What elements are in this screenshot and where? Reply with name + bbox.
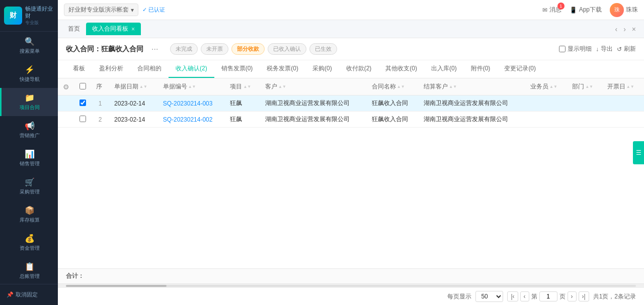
sidebar-item-0[interactable]: 🔍 搜索菜单 [0, 32, 58, 60]
row-contractname-1: 狂飙收入合同 [367, 112, 419, 128]
row-checkbox-1[interactable] [79, 116, 86, 122]
sidebar-item-3[interactable]: 📢 营销推广 [0, 116, 58, 144]
inner-tab-6[interactable]: 采购(0) [305, 60, 339, 78]
row-checkbox-0[interactable] [79, 99, 86, 106]
tabbar: 首页 收入合同看板 × ‹ › × [58, 20, 644, 38]
sidebar-item-4[interactable]: 📊 销售管理 [0, 144, 58, 172]
topbar-right: ✉ 消息 1 📱 App下载 珠 珠珠 [542, 3, 638, 17]
status-btn-partial[interactable]: 部分收款 [231, 43, 265, 55]
avatar: 珠 [610, 3, 624, 17]
export-icon: ↓ [596, 46, 599, 53]
header-row: ⚙ 序 单据日期▲▼ 单据编号▲▼ 项目▲▼ [58, 78, 644, 95]
chevron-down-icon: ▾ [131, 7, 134, 14]
sidebar-item-icon-8: 📋 [25, 262, 35, 271]
per-page-select[interactable]: 50 100 200 [475, 291, 503, 302]
sidebar-bottom: 📌 取消固定 [0, 284, 58, 305]
contractname-sort-icon[interactable]: ▲▼ [397, 85, 405, 89]
show-detail-checkbox[interactable] [559, 46, 566, 52]
date-sort-icon[interactable]: ▲▼ [139, 85, 147, 89]
total-info: 共1页，2条记录 [593, 292, 636, 301]
row-checkbox-cell[interactable] [74, 95, 91, 112]
tab-label: 收入合同看板 [92, 25, 128, 33]
status-btn-uncomplete[interactable]: 未完成 [170, 43, 198, 55]
scroll-thumb[interactable] [66, 285, 167, 287]
row-settlecustomer-1: 湖南卫视商业运营发展有限公司 [419, 112, 525, 128]
row-billno-1[interactable]: SQ-20230214-002 [158, 112, 225, 128]
sidebar-item-label-6: 库存核算 [20, 217, 40, 224]
app-download-button[interactable]: 📱 App下载 [570, 6, 602, 14]
salesperson-sort-icon[interactable]: ▲▼ [549, 85, 557, 89]
date-column-header: 单据日期▲▼ [109, 78, 158, 95]
sidebar-item-icon-1: ⚡ [25, 65, 35, 74]
row-billno-0[interactable]: SQ-20230214-003 [158, 95, 225, 112]
inner-tab-10[interactable]: 附件(0) [464, 60, 498, 78]
last-page-button[interactable]: ›| [579, 291, 589, 301]
table-row[interactable]: 1 2023-02-14 SQ-20230214-003 狂飙 湖南卫视商业运营… [58, 95, 644, 112]
logo-icon: 财 [4, 7, 22, 25]
select-all-checkbox[interactable] [79, 83, 86, 89]
project-sort-icon[interactable]: ▲▼ [243, 85, 251, 89]
sidebar-item-6[interactable]: 📦 库存核算 [0, 200, 58, 229]
tab-prev-button[interactable]: ‹ [613, 24, 619, 34]
inner-tab-8[interactable]: 其他收支(0) [378, 60, 424, 78]
company-selector[interactable]: 好业财专业版演示帐套 ▾ [64, 4, 138, 16]
sidebar-item-8[interactable]: 📋 总账管理 [0, 257, 58, 284]
page-input[interactable] [539, 291, 557, 301]
num-column-header: 序 [91, 78, 109, 95]
unpin-label: 取消固定 [16, 291, 38, 298]
billno-link-1[interactable]: SQ-20230214-002 [163, 116, 213, 123]
inner-tab-11[interactable]: 变更记录(0) [497, 60, 543, 78]
inner-tab-4[interactable]: 销售发票(0) [214, 60, 260, 78]
inner-tab-2[interactable]: 合同相的 [130, 60, 169, 78]
horizontal-scrollbar[interactable] [58, 283, 644, 287]
inner-tab-5[interactable]: 税务发票(0) [260, 60, 305, 78]
next-page-button[interactable]: › [568, 291, 577, 301]
tab-next-button[interactable]: › [621, 24, 628, 34]
inner-tab-1[interactable]: 盈利分析 [92, 60, 130, 78]
prev-page-button[interactable]: ‹ [520, 291, 529, 301]
column-settings-icon[interactable]: ⚙ [63, 83, 69, 91]
table-row[interactable]: 2 2023-02-14 SQ-20230214-002 狂飙 湖南卫视商业运营… [58, 112, 644, 128]
inner-tab-9[interactable]: 出入库(0) [424, 60, 464, 78]
refresh-button[interactable]: ↺ 刷新 [617, 45, 636, 53]
row-settlecustomer-0: 湖南卫视商业运营发展有限公司 [419, 95, 525, 112]
billno-link-0[interactable]: SQ-20230214-003 [163, 100, 213, 107]
row-project-1: 狂飙 [225, 112, 260, 128]
inner-tab-0[interactable]: 看板 [66, 60, 92, 78]
user-avatar-button[interactable]: 珠 珠珠 [610, 3, 638, 17]
status-btn-confirmed[interactable]: 已收入确认 [268, 43, 306, 55]
status-btn-active[interactable]: 已生效 [309, 43, 337, 55]
export-button[interactable]: ↓ 导出 [596, 45, 613, 53]
more-options-button[interactable]: ··· [149, 45, 160, 54]
sidebar-item-2[interactable]: 📁 项目合同 [0, 88, 58, 116]
row-customer-0: 湖南卫视商业运营发展有限公司 [260, 95, 367, 112]
show-detail-checkbox-label[interactable]: 显示明细 [559, 45, 592, 53]
sidebar-nav: 🔍 搜索菜单 ⚡ 快捷导航 📁 项目合同 📢 营销推广 📊 销售管理 🛒 采购管… [0, 32, 58, 284]
scroll-track [66, 285, 636, 287]
sidebar-item-5[interactable]: 🛒 采购管理 [0, 172, 58, 200]
customer-sort-icon[interactable]: ▲▼ [278, 85, 286, 89]
settlecustomer-sort-icon[interactable]: ▲▼ [449, 85, 457, 89]
mobile-icon: 📱 [570, 7, 577, 14]
message-button[interactable]: ✉ 消息 1 [542, 6, 561, 14]
billno-sort-icon[interactable]: ▲▼ [188, 85, 196, 89]
unpin-button[interactable]: 📌 取消固定 [4, 288, 54, 301]
inner-tab-3[interactable]: 收入确认(2) [169, 60, 214, 78]
right-panel-toggle[interactable]: ☰ [633, 141, 644, 164]
first-page-button[interactable]: |‹ [507, 291, 518, 301]
inner-tab-7[interactable]: 收付款(2) [339, 60, 379, 78]
status-btn-uninvoiced[interactable]: 未开票 [201, 43, 228, 55]
department-sort-icon[interactable]: ▲▼ [585, 85, 593, 89]
inner-tabs: 看板盈利分析合同相的收入确认(2)销售发票(0)税务发票(0)采购(0)收付款(… [58, 60, 644, 78]
data-table: ⚙ 序 单据日期▲▼ 单据编号▲▼ 项目▲▼ [58, 78, 644, 128]
tab-close-button[interactable]: × [131, 26, 135, 33]
row-checkbox-cell[interactable] [74, 112, 91, 128]
contract-tab[interactable]: 收入合同看板 × [86, 23, 141, 35]
billdate2-sort-icon[interactable]: ▲▼ [626, 85, 634, 89]
sidebar-item-7[interactable]: 💰 资金管理 [0, 229, 58, 257]
contract-name: 狂飙收入合同 [101, 45, 143, 53]
home-tab[interactable]: 首页 [64, 23, 84, 35]
contract-title: 收入合同：狂飙收入合同 [66, 45, 143, 54]
sidebar-item-1[interactable]: ⚡ 快捷导航 [0, 60, 58, 88]
tab-close-all-button[interactable]: × [630, 24, 638, 34]
